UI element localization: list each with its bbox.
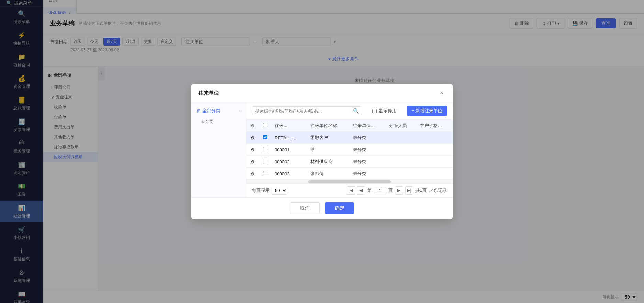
cancel-button[interactable]: 取消 [290,202,320,214]
col-name-header: 往来单位名称 [307,120,349,132]
first-page-btn[interactable]: |◀ [347,186,355,195]
row-salesperson-3 [386,168,417,180]
dialog-all-category[interactable]: ⊞ 全部分类 ‹ [191,105,246,117]
dialog-search-wrap: 🔍 [252,106,362,115]
row-code-2: 000002 [271,156,307,168]
table-row[interactable]: ⚙ 000001 甲 未分类 [246,144,453,156]
row-icon-3: ⚙ [246,168,259,180]
horizontal-scrollbar[interactable] [246,180,453,183]
dialog-body: ⊞ 全部分类 ‹ 未分类 🔍 显示停用 + 新增往来单位 [191,102,453,197]
row-icon-0: ⚙ [246,132,259,144]
col-salesperson-header: 分管人员 [386,120,417,132]
row-salesperson-2 [386,156,417,168]
row-check-3[interactable] [259,168,271,180]
row-checkbox-2[interactable] [263,159,267,163]
page-size-select[interactable]: 50 [272,187,287,195]
row-salesperson-0 [386,132,417,144]
row-check-1[interactable] [259,144,271,156]
confirm-button[interactable]: 确定 [325,202,354,214]
table-row[interactable]: ⚙ RETAIL_... 零散客户 未分类 [246,132,453,144]
prev-page-btn[interactable]: ◀ [357,186,365,195]
dialog-table: ⚙ 往来... 往来单位名称 往来单位... 分管人员 客户价格... ⚙ [246,120,453,180]
dialog-actions: 取消 确定 [191,197,453,219]
show-disabled-label[interactable]: 显示停用 [372,108,397,114]
row-price-3 [417,168,453,180]
dialog-title: 往来单位 [198,90,219,96]
sidebar-collapse-icon: ‹ [239,108,241,113]
col-price-header: 客户价格... [417,120,453,132]
dialog-header: 往来单位 × [191,84,453,102]
dialog-search-input[interactable] [255,108,351,114]
row-checkbox-0[interactable] [263,135,267,139]
dialog-close-button[interactable]: × [437,89,446,97]
row-name-3: 张师傅 [307,168,349,180]
row-name-1: 甲 [307,144,349,156]
row-check-0[interactable] [259,132,271,144]
row-icon-1: ⚙ [246,144,259,156]
row-category-1: 未分类 [349,144,386,156]
row-price-0 [417,132,453,144]
counterparty-dialog: 往来单位 × ⊞ 全部分类 ‹ 未分类 🔍 [191,84,453,219]
page-size-area: 每页显示 50 [252,187,287,195]
show-disabled-checkbox[interactable] [372,109,377,113]
dialog-table-wrap: ⚙ 往来... 往来单位名称 往来单位... 分管人员 客户价格... ⚙ [246,120,453,180]
row-category-3: 未分类 [349,168,386,180]
scrollbar-thumb[interactable] [308,180,391,183]
row-category-0: 未分类 [349,132,386,144]
grid-icon-small: ⊞ [197,108,200,113]
add-counterparty-button[interactable]: + 新增往来单位 [407,106,447,116]
dialog-content: 🔍 显示停用 + 新增往来单位 ⚙ 往来... [246,102,453,197]
row-code-0: RETAIL_... [271,132,307,144]
row-code-1: 000001 [271,144,307,156]
search-icon: 🔍 [353,108,359,114]
row-name-0: 零散客户 [307,132,349,144]
row-category-2: 未分类 [349,156,386,168]
row-check-2[interactable] [259,156,271,168]
col-category-header: 往来单位... [349,120,386,132]
last-page-btn[interactable]: ▶| [405,186,413,195]
dialog-toolbar: 🔍 显示停用 + 新增往来单位 [246,102,453,120]
row-price-2 [417,156,453,168]
row-checkbox-1[interactable] [263,147,267,151]
dialog-footer-bar: 每页显示 50 |◀ ◀ 第 页 ▶ ▶| 共1页，4条记录 [246,183,453,197]
page-number-input[interactable] [374,187,386,194]
modal-overlay: 往来单位 × ⊞ 全部分类 ‹ 未分类 🔍 [0,0,644,303]
row-price-1 [417,144,453,156]
next-page-btn[interactable]: ▶ [395,186,403,195]
row-code-3: 000003 [271,168,307,180]
select-all-checkbox[interactable] [263,123,267,127]
row-name-2: 材料供应商 [307,156,349,168]
dialog-sidebar: ⊞ 全部分类 ‹ 未分类 [191,102,246,197]
row-checkbox-3[interactable] [263,171,267,175]
col-check-header [259,120,271,132]
col-icon-header: ⚙ [246,120,259,132]
table-row[interactable]: ⚙ 000002 材料供应商 未分类 [246,156,453,168]
pagination-controls: |◀ ◀ 第 页 ▶ ▶| 共1页，4条记录 [347,186,447,195]
dialog-uncategorized[interactable]: 未分类 [191,117,246,127]
row-icon-2: ⚙ [246,156,259,168]
row-salesperson-1 [386,144,417,156]
table-row[interactable]: ⚙ 000003 张师傅 未分类 [246,168,453,180]
col-code-header: 往来... [271,120,307,132]
